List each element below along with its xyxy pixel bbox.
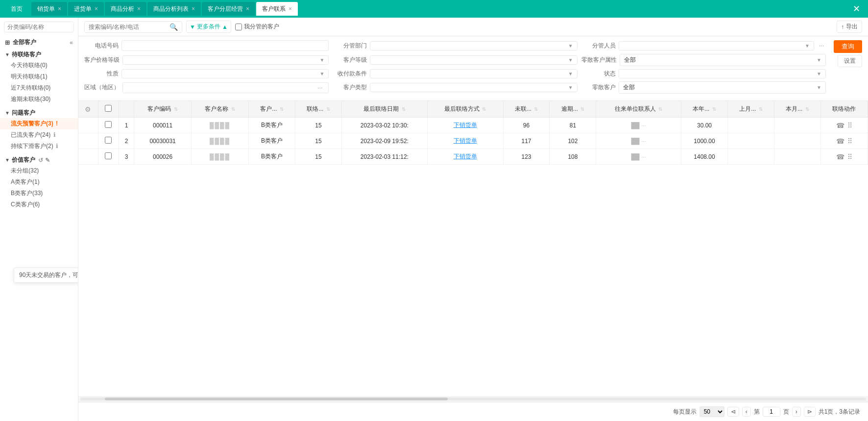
more-filter-button[interactable]: ▼ 更多条件 ▲ [186, 21, 231, 33]
filter-person-more[interactable]: ··· [817, 42, 826, 49]
horizontal-scrollbar[interactable] [78, 396, 868, 402]
filter-payment-select[interactable]: ▼ [370, 69, 577, 78]
col-this-year[interactable]: 本年... ⇅ [681, 101, 728, 118]
tab-sales[interactable]: 销货单 × [31, 2, 67, 16]
sidebar-item-today-pending[interactable]: 今天待联络(0) [0, 60, 78, 71]
query-button[interactable]: 查询 [834, 40, 862, 53]
tab-product-analysis[interactable]: 商品分析 × [105, 2, 146, 16]
scrollbar-track[interactable] [80, 397, 866, 400]
sidebar-all-customers[interactable]: ⊞ 全部客户 « [0, 36, 78, 49]
row-check-0[interactable] [105, 121, 112, 128]
sidebar-item-tomorrow-pending[interactable]: 明天待联络(1) [0, 71, 78, 82]
row-last-contact-way-0[interactable]: 下销货单 [427, 118, 503, 133]
table-settings-icon[interactable]: ⚙ [85, 105, 91, 113]
sidebar-item-churn-warning[interactable]: 流失预警客户(3) ! [0, 118, 78, 129]
tab-product-list[interactable]: 商品分析列表 × [147, 2, 201, 16]
filter-region-select[interactable]: ··· [122, 82, 329, 93]
col-last-month[interactable]: 上月... ⇅ [728, 101, 774, 118]
sidebar-item-class-b[interactable]: B类客户(33) [0, 188, 78, 199]
col-contact[interactable]: 联络... ⇅ [295, 101, 342, 118]
refresh-icon[interactable]: ↺ [38, 157, 43, 164]
col-last-contact-way[interactable]: 最后联络方式 ⇅ [427, 101, 503, 118]
prev-page-button[interactable]: ‹ [742, 407, 751, 417]
tab-customer-contact[interactable]: 客户联系 × [256, 2, 298, 16]
chevron-down-icon-6: ▼ [319, 71, 324, 76]
per-page-select[interactable]: 50 100 200 [699, 406, 724, 417]
col-last-contact-date[interactable]: 最后联络日期 ⇅ [341, 101, 427, 118]
sidebar-item-class-a[interactable]: A类客户(1) [0, 176, 78, 188]
close-purchase-tab[interactable]: × [95, 5, 98, 12]
close-customer-segment-tab[interactable]: × [246, 5, 249, 12]
close-sales-tab[interactable]: × [58, 5, 61, 12]
filter-dept-select[interactable]: ▼ [370, 41, 577, 50]
row-last-contact-way-2[interactable]: 下销货单 [427, 149, 503, 165]
close-product-list-tab[interactable]: × [192, 5, 195, 12]
row-checkbox-1[interactable] [98, 133, 119, 149]
filter-region-more[interactable]: ··· [315, 84, 324, 91]
row-checkbox-0[interactable] [98, 118, 119, 133]
sidebar-item-week-pending[interactable]: 近7天待联络(0) [0, 82, 78, 94]
sidebar-search-box[interactable]: 🔍 [4, 22, 74, 32]
col-name[interactable]: 客户名称 ⇅ [192, 101, 249, 118]
filter-person-select[interactable]: ▼ [619, 41, 814, 50]
action-contact-icon-0[interactable]: ☎ [836, 122, 844, 129]
action-more-icon-0[interactable]: ⠿ [847, 122, 852, 129]
sidebar-group-value[interactable]: ▼ 价值客户 ↺ ✎ [0, 154, 78, 165]
sidebar-item-class-c[interactable]: C类客户(6) [0, 199, 78, 210]
edit-icon[interactable]: ✎ [45, 157, 50, 164]
tab-customer-segment[interactable]: 客户分层经营 × [202, 2, 255, 16]
select-all-checkbox[interactable] [105, 105, 112, 112]
tab-home[interactable]: 首页 [4, 2, 29, 16]
sidebar-item-churned[interactable]: 已流失客户(24) ℹ [0, 129, 78, 141]
filter-retail-customer-label: 零散客户 [581, 83, 616, 92]
export-button[interactable]: ↑ 导出 [837, 21, 862, 33]
col-code[interactable]: 客户编码 ⇅ [134, 101, 192, 118]
col-overdue[interactable]: 逾期... ⇅ [550, 101, 596, 118]
col-unit-contact[interactable]: 往来单位联系人 ⇅ [596, 101, 681, 118]
sidebar-item-declining[interactable]: 持续下滑客户(2) ℹ [0, 141, 78, 152]
filter-customer-grade-select[interactable]: ▼ [370, 55, 577, 65]
settings-button[interactable]: 设置 [838, 55, 862, 67]
col-this-month[interactable]: 本月... ⇅ [774, 101, 820, 118]
toolbar-search-input[interactable] [89, 24, 169, 30]
toolbar-search-icon[interactable]: 🔍 [169, 23, 178, 31]
filter-retail-attr-select[interactable]: 全部 ▼ [620, 54, 826, 66]
sort-lm-icon: ⇅ [759, 106, 763, 112]
toolbar-search-box[interactable]: 🔍 [84, 21, 182, 33]
last-page-button[interactable]: ⊳ [804, 407, 816, 417]
sidebar-item-ungrouped[interactable]: 未分组(32) [0, 165, 78, 176]
row-last-contact-way-1[interactable]: 下销货单 [427, 133, 503, 149]
action-more-icon-2[interactable]: ⠿ [847, 153, 852, 161]
filter-price-grade-select[interactable]: ▼ [122, 55, 329, 65]
page-number-input[interactable] [763, 407, 780, 417]
action-contact-icon-2[interactable]: ☎ [836, 153, 844, 161]
action-more-icon-1[interactable]: ⠿ [847, 137, 852, 145]
sidebar-item-overdue-pending[interactable]: 逾期未联络(30) [0, 94, 78, 105]
filter-customer-type-select[interactable]: ▼ [370, 83, 577, 92]
col-type[interactable]: 客户... ⇅ [249, 101, 295, 118]
sidebar-group-pending[interactable]: ▼ 待联络客户 [0, 49, 78, 60]
window-close-button[interactable]: ✕ [849, 3, 864, 14]
filter-nature-select[interactable]: ▼ [121, 69, 329, 78]
filter-retail-customer-select[interactable]: 全部 ▼ [619, 81, 826, 94]
filter-phone-input[interactable] [121, 40, 329, 51]
row-checkbox-2[interactable] [98, 149, 119, 165]
sidebar-group-problem[interactable]: ▼ 问题客户 [0, 107, 78, 118]
filter-status-select[interactable]: ▼ [619, 69, 826, 78]
col-no-contact[interactable]: 未联... ⇅ [503, 101, 550, 118]
next-page-button[interactable]: › [792, 407, 801, 417]
my-customer-checkbox[interactable]: 我分管的客户 [235, 23, 279, 31]
row-check-1[interactable] [105, 137, 112, 144]
my-customer-check[interactable] [235, 24, 242, 30]
row-check-2[interactable] [105, 152, 112, 159]
collapse-icon[interactable]: « [70, 39, 73, 46]
tab-purchase[interactable]: 进货单 × [68, 2, 104, 16]
close-product-analysis-tab[interactable]: × [137, 5, 141, 12]
scrollbar-thumb[interactable] [105, 397, 448, 400]
col-checkbox[interactable] [98, 101, 119, 118]
sidebar-search-input[interactable] [7, 24, 78, 30]
col-gear[interactable]: ⚙ [78, 101, 98, 118]
first-page-button[interactable]: ⊲ [727, 407, 739, 417]
close-customer-contact-tab[interactable]: × [289, 5, 292, 12]
action-contact-icon-1[interactable]: ☎ [836, 137, 844, 145]
